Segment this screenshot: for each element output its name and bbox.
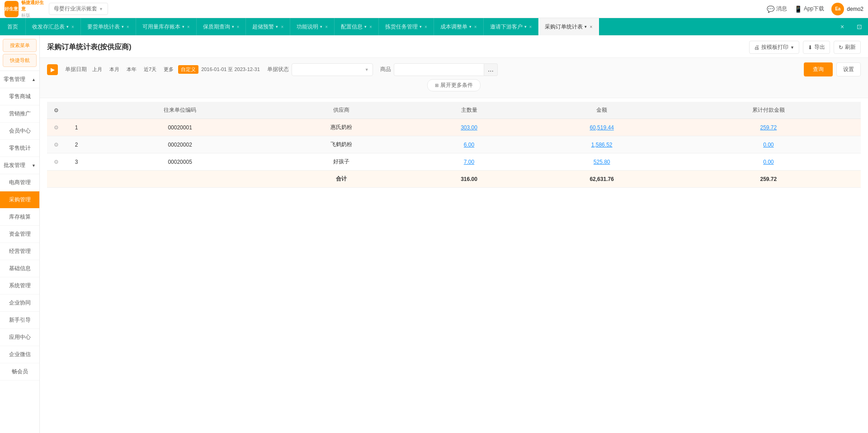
tab-overstock[interactable]: 超储预警 ▾ ×	[246, 18, 290, 35]
filter-toggle-button[interactable]: ▶	[47, 64, 58, 75]
tab-pick-task[interactable]: 拣货任务管理 ▾ ×	[379, 18, 434, 35]
date-7days-button[interactable]: 近7天	[141, 65, 159, 74]
row-supplier: 飞鹤奶粉	[272, 136, 410, 153]
row-amount[interactable]: 60,519.44	[528, 119, 676, 136]
row-settings[interactable]: ⚙	[47, 119, 65, 136]
row-paid-amount[interactable]: 0.00	[676, 153, 861, 171]
col-supplier: 供应商	[272, 102, 410, 119]
tab-close-icon[interactable]: ×	[187, 24, 190, 29]
expand-more-button[interactable]: ⊞ 展开更多条件	[427, 79, 481, 91]
row-paid-amount[interactable]: 259.72	[676, 119, 861, 136]
tab-close-icon[interactable]: ×	[281, 24, 283, 29]
sidebar-item-inventory-check[interactable]: 库存核算	[0, 209, 39, 226]
goods-search-button[interactable]: …	[484, 63, 498, 76]
sidebar-item-retail-manage[interactable]: 零售管理 ▲	[0, 71, 39, 88]
row-main-qty[interactable]: 6.00	[410, 136, 527, 153]
date-this-year-button[interactable]: 本年	[124, 65, 139, 74]
tab-home[interactable]: 首页	[0, 18, 26, 35]
sidebar-item-corp-wechat[interactable]: 企业微信	[0, 346, 39, 363]
tab-close-all-button[interactable]: ×	[834, 18, 851, 35]
sidebar-item-basic-info[interactable]: 基础信息	[0, 260, 39, 277]
export-button[interactable]: ⬇ 导出	[803, 41, 830, 54]
row-settings[interactable]: ⚙	[47, 136, 65, 153]
row-settings[interactable]: ⚙	[47, 153, 65, 171]
print-button[interactable]: 🖨 按模板打印 ▼	[749, 41, 799, 54]
tab-cost-adjust[interactable]: 成本调整单 ▾ ×	[434, 18, 484, 35]
col-settings[interactable]: ⚙	[47, 102, 65, 119]
sidebar-item-app-center[interactable]: 应用中心	[0, 329, 39, 346]
sidebar-item-wholesale[interactable]: 批发管理 ▼	[0, 157, 39, 174]
sidebar-item-purchase-manage[interactable]: 采购管理	[0, 191, 39, 209]
tab-order-summary[interactable]: 要货单统计表 ▾ ×	[81, 18, 136, 35]
row-amount[interactable]: 525.80	[528, 153, 676, 171]
search-menu-button[interactable]: 搜索菜单	[3, 39, 37, 52]
sidebar-item-retail-stats[interactable]: 零售统计	[0, 140, 39, 157]
row-amount[interactable]: 1,586.52	[528, 136, 676, 153]
sidebar-item-ecommerce[interactable]: 电商管理	[0, 174, 39, 191]
sidebar-item-new-guide[interactable]: 新手引导	[0, 312, 39, 329]
row-unit-code: 00020002	[88, 136, 272, 153]
quick-nav-button[interactable]: 快捷导航	[3, 54, 37, 67]
logo-text: 畅捷通好生意 标版	[21, 0, 44, 19]
sidebar-item-operation[interactable]: 经营管理	[0, 243, 39, 260]
tab-close-icon[interactable]: ×	[127, 24, 129, 29]
date-shortcuts: 上月 本月 本年 近7天 更多 自定义	[90, 65, 198, 74]
sidebar-item-marketing[interactable]: 营销推广	[0, 105, 39, 123]
tab-close-icon[interactable]: ×	[71, 24, 74, 29]
tab-close-icon[interactable]: ×	[325, 24, 328, 29]
tab-purchase-summary[interactable]: 采购订单统计表 ▾ ×	[538, 18, 599, 35]
row-index: 1	[65, 119, 88, 136]
refresh-button[interactable]: ↻ 刷新	[834, 41, 861, 54]
user-avatar: Ea	[831, 3, 844, 15]
tab-warranty-query[interactable]: 保质期查询 ▾ ×	[197, 18, 246, 35]
tab-arrow-icon: ▾	[524, 24, 527, 29]
col-index	[65, 102, 88, 119]
tab-close-icon[interactable]: ×	[425, 24, 427, 29]
sidebar-item-finance[interactable]: 资金管理	[0, 226, 39, 243]
date-last-month-button[interactable]: 上月	[90, 65, 105, 74]
filter-settings-button[interactable]: 设置	[836, 62, 861, 76]
tab-config-info[interactable]: 配置信息 ▾ ×	[335, 18, 379, 35]
table-footer-row: 合计 316.00 62,631.76 259.72	[47, 171, 861, 188]
tab-arrow-icon: ▾	[364, 24, 367, 29]
tab-arrow-icon: ▾	[585, 24, 587, 29]
tab-close-icon[interactable]: ×	[369, 24, 372, 29]
sidebar-item-corp-collab[interactable]: 企业协同	[0, 295, 39, 312]
tab-expand-button[interactable]: ⊡	[851, 18, 868, 35]
tab-close-icon[interactable]: ×	[237, 24, 240, 29]
filter-action-buttons: 查询 设置	[804, 62, 861, 76]
sidebar: 搜索菜单 快捷导航 零售管理 ▲ 零售商城 营销推广 会员中心 零售统计 批发管…	[0, 35, 40, 433]
status-select[interactable]: ▼	[292, 63, 373, 76]
row-supplier: 好孩子	[272, 153, 410, 171]
sidebar-item-retail-shop[interactable]: 零售商城	[0, 88, 39, 105]
tab-function-desc[interactable]: 功能说明 ▾ ×	[290, 18, 335, 35]
col-main-qty: 主数量	[410, 102, 527, 119]
chevron-down-icon: ▲	[32, 77, 36, 82]
row-main-qty[interactable]: 7.00	[410, 153, 527, 171]
tab-receive-summary[interactable]: 收发存汇总表 ▾ ×	[26, 18, 81, 35]
tab-arrow-icon: ▾	[420, 24, 422, 29]
date-more-button[interactable]: 更多	[161, 65, 176, 74]
user-profile[interactable]: Ea demo2	[831, 3, 863, 15]
goods-input[interactable]	[394, 63, 484, 76]
sidebar-item-system-manage[interactable]: 系统管理	[0, 277, 39, 295]
message-button[interactable]: 💬 消息	[767, 5, 787, 13]
tab-close-icon[interactable]: ×	[590, 24, 592, 29]
workspace-selector[interactable]: 母婴行业演示账套 ▼	[49, 3, 108, 15]
tab-inventory-ledger[interactable]: 可用量库存账本 ▾ ×	[136, 18, 197, 35]
row-main-qty[interactable]: 303.00	[410, 119, 527, 136]
query-button[interactable]: 查询	[804, 62, 833, 76]
row-settings-icon: ⚙	[54, 142, 59, 148]
top-header: 好生意 畅捷通好生意 标版 母婴行业演示账套 ▼ 💬 消息 📱 App下载 Ea…	[0, 0, 868, 18]
date-this-month-button[interactable]: 本月	[107, 65, 122, 74]
page-header: 采购订单统计表(按供应商) 🖨 按模板打印 ▼ ⬇ 导出 ↻ 刷新	[40, 35, 868, 58]
status-dropdown-icon: ▼	[365, 67, 369, 72]
tab-close-icon[interactable]: ×	[474, 24, 477, 29]
tab-close-icon[interactable]: ×	[529, 24, 532, 29]
footer-main-qty: 316.00	[410, 171, 527, 188]
sidebar-item-member[interactable]: 畅会员	[0, 363, 39, 381]
app-download-button[interactable]: 📱 App下载	[794, 5, 824, 13]
sidebar-item-member-center[interactable]: 会员中心	[0, 123, 39, 140]
tab-invite-customer[interactable]: 邀请下游客户 ▾ ×	[484, 18, 539, 35]
row-paid-amount[interactable]: 0.00	[676, 136, 861, 153]
